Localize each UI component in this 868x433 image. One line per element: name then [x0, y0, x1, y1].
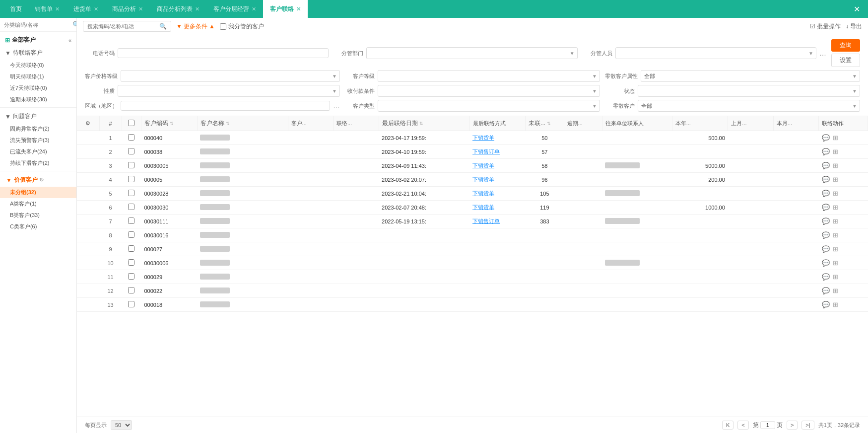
row-checkbox[interactable]	[128, 287, 134, 293]
tab-close-pa[interactable]: ✕	[138, 6, 143, 12]
chat-icon[interactable]: 💬	[822, 176, 830, 183]
sidebar-item-b-class[interactable]: B类客户(33)	[0, 210, 76, 221]
person-select[interactable]	[615, 47, 816, 59]
last-page-btn[interactable]: >|	[801, 421, 814, 430]
not-linked-header[interactable]: 未联...⇅	[526, 116, 564, 131]
reset-btn[interactable]: 设置	[831, 54, 860, 67]
row-checkbox[interactable]	[128, 148, 134, 154]
chat-icon[interactable]: 💬	[822, 190, 830, 197]
sidebar-item-churned[interactable]: 已流失客户(24)	[0, 146, 76, 157]
pay-term-select[interactable]	[378, 85, 600, 97]
retail-attr-select[interactable]: 全部	[641, 70, 860, 82]
chat-icon[interactable]: 💬	[822, 301, 830, 308]
my-customers-checkbox[interactable]	[220, 23, 226, 30]
grid-action-icon[interactable]: ⊞	[833, 231, 838, 239]
chat-icon[interactable]: 💬	[822, 162, 830, 169]
batch-op-btn[interactable]: ☑ 批量操作	[810, 22, 841, 31]
sidebar-item-7days[interactable]: 近7天待联络(0)	[0, 82, 76, 94]
row-last-method[interactable]: 下销货单	[469, 201, 526, 215]
grid-action-icon[interactable]: ⊞	[833, 259, 838, 267]
sidebar-item-overdue[interactable]: 逾期未联络(30)	[0, 94, 76, 105]
sidebar-item-abnormal[interactable]: 固购异常客户(2)	[0, 123, 76, 135]
row-last-method[interactable]	[469, 298, 526, 312]
row-last-method[interactable]: 下销售订单	[469, 215, 526, 228]
person-more-btn[interactable]: …	[819, 49, 826, 57]
my-customers-filter[interactable]: 我分管的客户	[220, 22, 264, 31]
phone-input[interactable]	[118, 48, 329, 58]
row-check[interactable]	[122, 159, 141, 173]
name-header[interactable]: 客户名称⇅	[197, 116, 288, 131]
nav-tab-product-list[interactable]: 商品分析列表✕	[150, 0, 206, 18]
row-check[interactable]	[122, 298, 141, 312]
row-last-method[interactable]: 下销货单	[469, 173, 526, 187]
grid-action-icon[interactable]: ⊞	[833, 162, 838, 169]
row-check[interactable]	[122, 242, 141, 256]
customer-type-select[interactable]	[378, 100, 600, 112]
row-check[interactable]	[122, 187, 141, 201]
row-check[interactable]	[122, 215, 141, 228]
row-checkbox[interactable]	[128, 231, 134, 238]
gender-select[interactable]	[118, 85, 340, 97]
dept-select[interactable]	[366, 47, 577, 59]
grid-action-icon[interactable]: ⊞	[833, 148, 838, 155]
sidebar-collapse-btn[interactable]: «	[68, 37, 71, 43]
tab-close-sales[interactable]: ✕	[55, 6, 60, 12]
chat-icon[interactable]: 💬	[822, 273, 830, 281]
grid-action-icon[interactable]: ⊞	[833, 190, 838, 197]
row-check[interactable]	[122, 145, 141, 159]
grid-action-icon[interactable]: ⊞	[833, 134, 838, 142]
grid-action-icon[interactable]: ⊞	[833, 204, 838, 211]
gear-header[interactable]: ⚙	[77, 116, 99, 131]
tab-close-cc[interactable]: ✕	[296, 6, 301, 12]
code-header[interactable]: 客户编码⇅	[141, 116, 197, 131]
sidebar-item-today[interactable]: 今天待联络(0)	[0, 60, 76, 71]
status-select[interactable]	[638, 85, 860, 97]
per-page-select[interactable]: 50	[111, 420, 132, 430]
first-page-btn[interactable]: K	[722, 421, 734, 430]
grid-action-icon[interactable]: ⊞	[833, 273, 838, 281]
customer-level-select[interactable]	[378, 70, 600, 82]
row-checkbox[interactable]	[128, 176, 134, 182]
row-last-method[interactable]: 下销货单	[469, 131, 526, 145]
row-check[interactable]	[122, 201, 141, 215]
sidebar-item-ungrouped[interactable]: 未分组(32)	[0, 187, 76, 198]
row-checkbox[interactable]	[128, 190, 134, 196]
all-customers-title[interactable]: ⊞ 全部客户 «	[0, 32, 76, 46]
region-input[interactable]	[121, 101, 330, 111]
value-group-label[interactable]: ▼ 价值客户 ↻	[0, 173, 76, 187]
export-btn[interactable]: ↓ 导出	[846, 22, 862, 31]
chat-icon[interactable]: 💬	[822, 231, 830, 239]
window-close-btn[interactable]: ✕	[850, 4, 864, 14]
page-number-input[interactable]	[760, 421, 775, 429]
grid-action-icon[interactable]: ⊞	[833, 287, 838, 294]
nav-tab-purchase[interactable]: 进货单✕	[67, 0, 105, 18]
row-check[interactable]	[122, 131, 141, 145]
row-checkbox[interactable]	[128, 259, 134, 266]
date-header[interactable]: 最后联络日期⇅	[379, 116, 469, 131]
sidebar-item-declining[interactable]: 持续下滑客户(2)	[0, 157, 76, 169]
sidebar-item-a-class[interactable]: A类客户(1)	[0, 198, 76, 210]
prev-page-btn[interactable]: <	[737, 421, 748, 430]
chat-icon[interactable]: 💬	[822, 259, 830, 267]
sidebar-search-icon[interactable]: 🔍	[72, 21, 77, 28]
grid-action-icon[interactable]: ⊞	[833, 301, 838, 308]
row-checkbox[interactable]	[128, 204, 134, 210]
next-page-btn[interactable]: >	[787, 421, 798, 430]
row-last-method[interactable]	[469, 242, 526, 256]
sidebar-item-tomorrow[interactable]: 明天待联络(1)	[0, 71, 76, 82]
row-last-method[interactable]	[469, 256, 526, 270]
chat-icon[interactable]: 💬	[822, 245, 830, 253]
more-conditions-btn[interactable]: ▼ 更多条件 ▲	[176, 22, 215, 31]
chat-icon[interactable]: 💬	[822, 134, 830, 142]
row-checkbox[interactable]	[128, 162, 134, 168]
nav-tab-customer-contact[interactable]: 客户联络✕	[263, 0, 308, 18]
tab-close-ct[interactable]: ✕	[252, 6, 256, 12]
row-last-method[interactable]: 下销货单	[469, 159, 526, 173]
chat-icon[interactable]: 💬	[822, 148, 830, 155]
retail-customer-select[interactable]: 全部	[638, 100, 860, 112]
sidebar-item-churn-warn[interactable]: 流失预警客户(3)	[0, 135, 76, 146]
nav-tab-customer-tier[interactable]: 客户分层经营✕	[206, 0, 263, 18]
row-checkbox[interactable]	[128, 134, 134, 141]
search-input[interactable]	[87, 23, 157, 29]
sidebar-item-c-class[interactable]: C类客户(6)	[0, 221, 76, 232]
